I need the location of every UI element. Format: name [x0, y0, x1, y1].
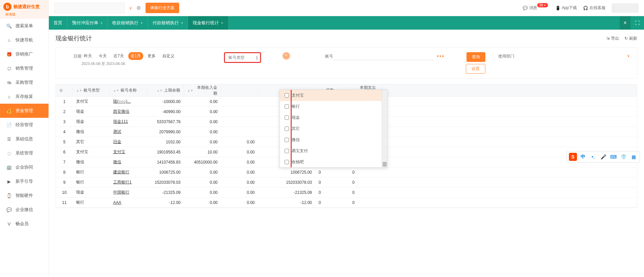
- date-option-昨天[interactable]: 昨天: [82, 52, 94, 60]
- ime-punct-icon[interactable]: •,: [589, 153, 597, 161]
- option-checkbox[interactable]: [285, 93, 289, 98]
- dropdown-option-现金[interactable]: 现金: [280, 112, 387, 123]
- nav-item-智能硬件[interactable]: ⌚智能硬件: [0, 188, 49, 203]
- nav-item-新手引导[interactable]: ▶新手引导: [0, 174, 49, 188]
- option-checkbox[interactable]: [285, 138, 289, 142]
- option-checkbox[interactable]: [285, 127, 289, 131]
- account-name-link[interactable]: 陆(○○○)...: [113, 99, 131, 104]
- account-name-link[interactable]: AAA: [113, 200, 121, 205]
- account-name-link[interactable]: 旧金: [113, 139, 121, 144]
- account-type-input[interactable]: [228, 55, 257, 60]
- account-name-link[interactable]: 西安微信: [113, 109, 129, 114]
- table-row: 10现金中国银行-21325.090.000.00-21325.0900: [56, 187, 637, 198]
- sidebar: b 畅捷通好生意 标准版 🔍搜索菜单⌂快捷导航🎁营销推广⬡销售管理🛍采购管理⌂库…: [0, 0, 49, 277]
- org-dropdown-icon[interactable]: ∨: [129, 5, 132, 10]
- account-name-link[interactable]: 中国银行: [113, 190, 129, 195]
- sogou-icon[interactable]: S: [569, 153, 577, 161]
- option-checkbox[interactable]: [285, 104, 289, 109]
- nav-item-采购管理[interactable]: 🛍采购管理: [0, 75, 49, 90]
- nav-item-畅会员[interactable]: V畅会员: [0, 217, 49, 231]
- nav-item-资金管理[interactable]: 💰资金管理: [0, 104, 49, 118]
- gear-icon[interactable]: ⚙: [136, 5, 141, 11]
- filter-panel: 日期 昨天今天近7天近1月更多自定义 2023-05-06 至 2023-06-…: [56, 47, 637, 79]
- fullscreen-icon[interactable]: ⛶: [631, 16, 644, 30]
- date-range-text: 2023-05-06 至 2023-06-06: [82, 61, 177, 66]
- account-input[interactable]: [333, 52, 434, 60]
- account-label: 账号: [325, 54, 333, 59]
- settings-button[interactable]: 设置: [466, 64, 485, 74]
- tab-现金银行统计[interactable]: 现金银行统计×: [188, 16, 228, 30]
- option-checkbox[interactable]: [285, 160, 289, 164]
- account-name-link[interactable]: 建设银行: [113, 170, 129, 174]
- customer-service-link[interactable]: 🎧 在线客服: [583, 5, 606, 11]
- close-all-tabs-button[interactable]: ×: [620, 16, 631, 30]
- dropdown-option-易宝支付[interactable]: 易宝支付: [280, 145, 387, 157]
- more-filters-icon[interactable]: •••: [437, 53, 445, 59]
- date-option-近7天[interactable]: 近7天: [111, 52, 126, 60]
- nav-item-销售管理[interactable]: ⬡销售管理: [0, 61, 49, 75]
- account-name-link[interactable]: 现金111: [113, 119, 128, 124]
- dropdown-option-微信[interactable]: 微信: [280, 134, 387, 145]
- nav-item-企业协同[interactable]: 🏢企业协同: [0, 160, 49, 174]
- collapse-filter-icon[interactable]: ⌃: [283, 52, 290, 60]
- export-button[interactable]: ⇲导出: [606, 36, 619, 41]
- nav-item-经营管理[interactable]: 📄经营管理: [0, 118, 49, 132]
- nav-icon: V: [6, 221, 12, 227]
- account-name-link[interactable]: 微信: [113, 160, 121, 164]
- account-name-link[interactable]: 支付宝: [113, 149, 125, 154]
- account-type-filter[interactable]: |: [224, 52, 261, 63]
- nav-item-快捷导航[interactable]: ⌂快捷导航: [0, 33, 49, 47]
- messages-link[interactable]: 💬 消息 99 +: [523, 5, 549, 11]
- topbar: ∨ ⚙ 体验行业方案 💬 消息 99 + 📱 App下载 🎧 在线客服: [49, 0, 644, 16]
- nav-icon: 📄: [6, 122, 12, 128]
- nav-icon: ▶: [6, 178, 12, 184]
- nav-item-库存核算[interactable]: ⌂库存核算: [0, 90, 49, 104]
- close-icon[interactable]: ×: [181, 21, 183, 25]
- date-option-近1月[interactable]: 近1月: [128, 52, 143, 60]
- try-plan-button[interactable]: 体验行业方案: [146, 3, 179, 13]
- ime-skin-icon[interactable]: 👕: [619, 153, 627, 161]
- date-option-更多[interactable]: 更多: [145, 52, 158, 60]
- option-checkbox[interactable]: [285, 115, 289, 120]
- tab-首页[interactable]: 首页: [49, 16, 67, 30]
- date-option-自定义[interactable]: 自定义: [160, 52, 177, 60]
- close-icon[interactable]: ×: [100, 21, 102, 25]
- nav-item-系统管理[interactable]: ◌系统管理: [0, 146, 49, 160]
- nav-item-营销推广[interactable]: 🎁营销推广: [0, 47, 49, 61]
- search-button[interactable]: 查询: [466, 52, 485, 62]
- close-icon[interactable]: ×: [221, 21, 223, 25]
- dropdown-option-银行[interactable]: 银行: [280, 101, 387, 112]
- tab-付款核销执行[interactable]: 付款核销执行×: [148, 16, 188, 30]
- scrollbar-thumb[interactable]: [383, 162, 387, 167]
- nav-item-搜索菜单[interactable]: 🔍搜索菜单: [0, 19, 49, 33]
- brand-edition: 标准版: [0, 12, 49, 19]
- tab-收款核销执行[interactable]: 收款核销执行×: [107, 16, 148, 30]
- column-settings-icon[interactable]: ⚙: [56, 84, 73, 96]
- ime-keyboard-icon[interactable]: ⌨: [609, 153, 617, 161]
- option-checkbox[interactable]: [285, 149, 289, 153]
- account-name-link[interactable]: 测试: [113, 129, 121, 134]
- user-menu[interactable]: [612, 3, 639, 13]
- ime-mic-icon[interactable]: 🎤: [599, 153, 607, 161]
- dropdown-option-收钱吧[interactable]: 收钱吧: [280, 157, 387, 168]
- dept-dropdown-icon[interactable]: ∨: [627, 53, 630, 58]
- dropdown-option-其它[interactable]: 其它: [280, 123, 387, 134]
- date-option-今天[interactable]: 今天: [96, 52, 109, 60]
- ime-lang-icon[interactable]: 中: [579, 153, 587, 161]
- chat-icon: 💬: [523, 6, 528, 10]
- close-icon[interactable]: ×: [140, 21, 142, 25]
- nav-item-企业微信[interactable]: 💬企业微信: [0, 203, 49, 217]
- table-row: 8银行建设银行1006725.000.000.001006725.0000: [56, 167, 637, 177]
- dropdown-option-支付宝[interactable]: 支付宝: [280, 90, 387, 101]
- nav-icon: ⬡: [6, 65, 12, 71]
- nav-item-基础信息[interactable]: ☰基础信息: [0, 132, 49, 146]
- table-row: 9银行工商银行1152033078.030.000.00152033078.03…: [56, 177, 637, 187]
- export-icon: ⇲: [606, 36, 610, 41]
- tab-预付冲应付单[interactable]: 预付冲应付单×: [67, 16, 107, 30]
- ime-toolbox-icon[interactable]: ▦: [630, 153, 638, 161]
- app-download-link[interactable]: 📱 App下载: [555, 5, 577, 11]
- refresh-button[interactable]: ↻刷新: [624, 36, 637, 41]
- dropdown-scrollbar[interactable]: [382, 90, 387, 167]
- account-name-link[interactable]: 工商银行1: [113, 180, 132, 184]
- org-selector[interactable]: [54, 3, 125, 13]
